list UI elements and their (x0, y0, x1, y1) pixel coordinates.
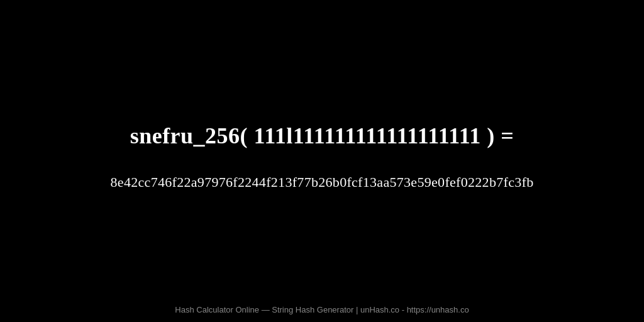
hash-result: 8e42cc746f22a97976f2244f213f77b26b0fcf13… (111, 174, 534, 191)
footer: Hash Calculator Online — String Hash Gen… (0, 300, 644, 322)
function-expression: snefru_256( 111l111111111111111111 ) = (130, 123, 514, 149)
main-content: snefru_256( 111l111111111111111111 ) = 8… (0, 0, 644, 300)
footer-text: Hash Calculator Online — String Hash Gen… (175, 305, 469, 314)
